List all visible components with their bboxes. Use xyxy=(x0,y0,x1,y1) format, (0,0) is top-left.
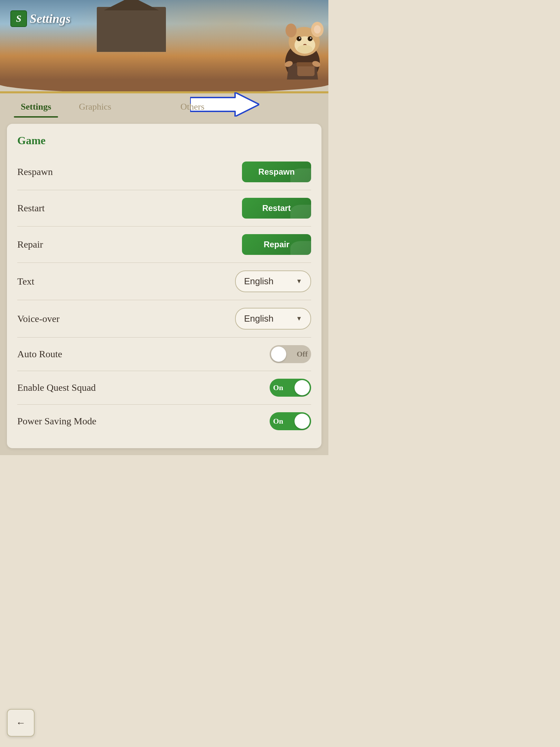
auto-route-toggle-container: Off xyxy=(249,345,311,363)
toggle-knob xyxy=(295,414,310,429)
main-content: Game Respawn Respawn Restart Restart Rep… xyxy=(0,117,328,455)
setting-row-quest-squad: Enable Quest Squad On xyxy=(17,371,311,405)
label-repair: Repair xyxy=(17,239,43,250)
power-saving-toggle-container: On xyxy=(249,412,311,430)
toggle-on-label: On xyxy=(273,417,283,426)
section-title: Game xyxy=(17,134,311,147)
quest-squad-toggle[interactable]: On xyxy=(270,379,311,397)
toggle-knob xyxy=(295,380,310,395)
svg-point-9 xyxy=(310,37,311,39)
tab-others[interactable]: Others xyxy=(167,97,218,117)
chevron-down-icon: ▼ xyxy=(296,278,302,285)
svg-point-7 xyxy=(308,36,312,41)
setting-row-power-saving: Power Saving Mode On xyxy=(17,405,311,438)
setting-row-restart: Restart Restart xyxy=(17,190,311,227)
label-voiceover: Voice-over xyxy=(17,313,59,324)
svg-point-8 xyxy=(299,37,300,39)
label-restart: Restart xyxy=(17,203,45,214)
wave-separator xyxy=(0,80,328,93)
setting-row-repair: Repair Repair xyxy=(17,227,311,263)
label-power-saving: Power Saving Mode xyxy=(17,416,96,427)
header-banner: S Settings xyxy=(0,0,328,80)
label-respawn: Respawn xyxy=(17,166,53,177)
setting-row-voiceover: Voice-over English ▼ xyxy=(17,300,311,338)
respawn-button[interactable]: Respawn xyxy=(242,162,311,182)
svg-point-6 xyxy=(297,36,301,41)
page-title-area: S Settings xyxy=(10,10,71,27)
power-saving-toggle[interactable]: On xyxy=(270,412,311,430)
setting-row-auto-route: Auto Route Off xyxy=(17,338,311,371)
tabs-container: Settings Graphics Others xyxy=(0,93,328,117)
label-text: Text xyxy=(17,276,34,287)
label-quest-squad: Enable Quest Squad xyxy=(17,382,96,393)
svg-point-4 xyxy=(314,25,321,34)
svg-point-11 xyxy=(297,45,312,53)
mascot-character xyxy=(277,10,328,80)
settings-panel: Game Respawn Respawn Restart Restart Rep… xyxy=(7,124,321,448)
toggle-knob xyxy=(271,347,286,362)
label-auto-route: Auto Route xyxy=(17,349,62,360)
voiceover-language-dropdown[interactable]: English ▼ xyxy=(235,308,311,330)
restart-button[interactable]: Restart xyxy=(242,198,311,219)
repair-button[interactable]: Repair xyxy=(242,234,311,255)
title-s-icon: S xyxy=(10,10,27,27)
setting-row-text: Text English ▼ xyxy=(17,263,311,300)
tab-settings[interactable]: Settings xyxy=(7,97,65,117)
toggle-off-label: Off xyxy=(297,350,308,359)
scene-building xyxy=(97,7,166,52)
toggle-on-label: On xyxy=(273,383,283,392)
page-title: Settings xyxy=(30,11,71,26)
chevron-down-icon: ▼ xyxy=(296,315,302,322)
auto-route-toggle[interactable]: Off xyxy=(270,345,311,363)
text-language-dropdown[interactable]: English ▼ xyxy=(235,270,311,292)
setting-row-respawn: Respawn Respawn xyxy=(17,154,311,190)
quest-squad-toggle-container: On xyxy=(249,379,311,397)
svg-point-2 xyxy=(286,24,297,37)
tab-graphics[interactable]: Graphics xyxy=(65,97,125,117)
